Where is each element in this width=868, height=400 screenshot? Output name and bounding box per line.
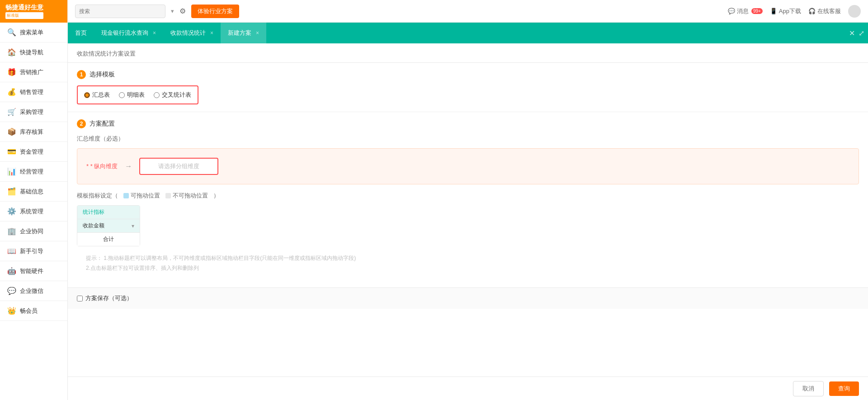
metrics-header: 模板指标设定（ 可拖动位置 不可拖动位置 ） [77,192,859,200]
tab-bank-flow[interactable]: 现金银行流水查询 × [94,23,163,43]
sidebar-item-marketing[interactable]: 🎁 营销推广 [0,62,67,82]
metrics-cell-receipt: 收款金额 ▾ [77,219,140,232]
sidebar-item-member[interactable]: 👑 畅会员 [0,301,67,321]
template-options: 汇总表 明细表 交叉统计表 [77,85,198,104]
sidebar-item-operation[interactable]: 📊 经营管理 [0,162,67,182]
topbar-right: 💬 消息 99+ 📱 App下载 🎧 在线客服 [728,5,861,18]
sidebar-item-label: 营销推广 [20,68,43,76]
sidebar-item-basic[interactable]: 🗂️ 基础信息 [0,182,67,202]
tab-home[interactable]: 首页 [68,23,94,43]
message-icon: 💬 [728,8,735,14]
crown-icon: 👑 [7,306,16,315]
tab-bank-flow-close[interactable]: × [153,30,156,36]
hint-1: 提示： 1.拖动标题栏可以调整布局，不可跨维度或指标区域拖动栏目字段(只能在同一… [86,254,850,264]
metrics-cell-label: 收款金额 [83,222,104,230]
avatar[interactable] [848,5,861,18]
metrics-label: 模板指标设定（ [77,192,118,200]
notification-item[interactable]: 💬 消息 99+ [728,7,763,15]
sidebar-item-hardware[interactable]: 🤖 智能硬件 [0,261,67,281]
online-service-item[interactable]: 🎧 在线客服 [808,7,841,15]
tab-close-all-btn[interactable]: ✕ [849,29,855,38]
app-download-item[interactable]: 📱 App下载 [770,7,801,15]
radio-detail[interactable]: 明细表 [119,91,145,99]
tab-new-plan[interactable]: 新建方案 × [221,23,266,43]
action-bar: 取消 查询 [68,376,868,400]
tabbar-actions: ✕ ⤢ [849,29,868,38]
online-service-label: 在线客服 [817,7,841,15]
tabbar: 首页 现金银行流水查询 × 收款情况统计 × 新建方案 × ✕ ⤢ [68,23,868,43]
dimension-area: * * 纵向维度 → 请选择分组维度 [77,148,859,184]
search-input[interactable] [75,5,165,18]
radio-summary-label: 汇总表 [92,91,110,99]
query-button[interactable]: 查询 [829,381,859,396]
radio-detail-input[interactable] [119,92,125,98]
sidebar-logo: 畅捷通好生意 标准版 [0,0,67,23]
hints: 提示： 1.拖动标题栏可以调整布局，不可跨维度或指标区域拖动栏目字段(只能在同一… [77,246,859,280]
robot-icon: 🤖 [7,267,16,275]
metrics-label-suffix: ） [213,192,219,200]
radio-summary[interactable]: 汇总表 [84,91,110,99]
industry-btn[interactable]: 体验行业方案 [191,5,239,18]
section2-label: 方案配置 [90,120,115,128]
sidebar-item-label: 资金管理 [20,148,43,156]
radio-summary-input[interactable] [84,92,90,98]
sidebar-logo-text: 畅捷通好生意 [5,4,43,11]
metrics-subtotal: 合计 [77,232,140,246]
chart-icon: 📊 [7,167,16,176]
sidebar-item-wechat[interactable]: 💬 企业微信 [0,281,67,301]
hint-2: 2.点击标题栏下拉可设置排序、插入列和删除列 [86,264,850,273]
tab-receipt-stats[interactable]: 收款情况统计 × [163,23,221,43]
metrics-dropdown-icon[interactable]: ▾ [132,223,134,229]
sidebar: 畅捷通好生意 标准版 🔍 搜索菜单 🏠 快捷导航 🎁 营销推广 💰 销售管理 🛒… [0,0,68,400]
breadcrumb: 收款情况统计方案设置 [77,50,136,57]
tab-maximize-btn[interactable]: ⤢ [859,29,864,38]
money-icon: 💰 [7,88,16,96]
sidebar-item-guide[interactable]: 📖 新手引导 [0,241,67,261]
draggable-dot [123,193,129,198]
service-icon: 🎧 [808,8,816,14]
sidebar-item-system[interactable]: ⚙️ 系统管理 [0,202,67,221]
save-plan-input[interactable] [77,296,83,301]
metrics-table-header: 统计指标 [77,206,140,219]
sidebar-item-label: 搜索菜单 [20,28,43,37]
sidebar-item-label: 采购管理 [20,108,43,116]
dimension-select[interactable]: 请选择分组维度 [139,158,218,175]
sidebar-item-label: 销售管理 [20,88,43,96]
book-icon: 📖 [7,247,16,255]
dimension-row: * * 纵向维度 → 请选择分组维度 [86,158,849,175]
radio-cross-label: 交叉统计表 [162,91,191,99]
radio-cross-input[interactable] [154,92,160,98]
sidebar-item-label: 企业微信 [20,287,43,295]
sidebar-item-purchase[interactable]: 🛒 采购管理 [0,102,67,122]
sidebar-item-enterprise[interactable]: 🏢 企业协同 [0,221,67,241]
section2-number: 2 [77,119,86,128]
cart-icon: 🛒 [7,108,16,116]
sidebar-item-inventory[interactable]: 📦 库存核算 [0,122,67,142]
tab-bank-flow-label: 现金银行流水查询 [101,29,148,37]
legend-draggable: 可拖动位置 [123,192,160,200]
tab-new-plan-close[interactable]: × [256,30,259,36]
radio-cross[interactable]: 交叉统计表 [154,91,191,99]
draggable-label: 可拖动位置 [131,192,160,200]
section1-number: 1 [77,70,86,79]
sidebar-item-sales[interactable]: 💰 销售管理 [0,82,67,102]
sidebar-item-label: 系统管理 [20,207,43,216]
sidebar-item-quick-nav[interactable]: 🏠 快捷导航 [0,42,67,62]
settings-icon[interactable]: ⚙ [179,7,186,15]
content: 收款情况统计方案设置 1 选择模板 汇总表 明细表 [68,43,868,376]
search-menu-icon: 🔍 [7,28,16,37]
sidebar-item-search-menu[interactable]: 🔍 搜索菜单 [0,23,67,42]
folder-icon: 🗂️ [7,187,16,196]
section-config: 2 方案配置 汇总维度（必选） * * 纵向维度 → 请选择分组维度 [68,112,868,287]
sidebar-item-finance[interactable]: 💳 资金管理 [0,142,67,162]
cancel-button[interactable]: 取消 [793,381,824,396]
legend-fixed: 不可拖动位置 [165,192,208,200]
dropdown-icon[interactable]: ▾ [171,8,174,14]
sidebar-item-label: 基础信息 [20,188,43,196]
topbar: ▾ ⚙ 体验行业方案 💬 消息 99+ 📱 App下载 🎧 在线客服 [68,0,868,23]
tab-receipt-stats-close[interactable]: × [210,30,213,36]
section2-title: 2 方案配置 [77,119,859,128]
sidebar-item-label: 企业协同 [20,227,43,235]
sidebar-item-label: 经营管理 [20,168,43,176]
save-plan-checkbox[interactable]: 方案保存（可选） [77,294,132,302]
